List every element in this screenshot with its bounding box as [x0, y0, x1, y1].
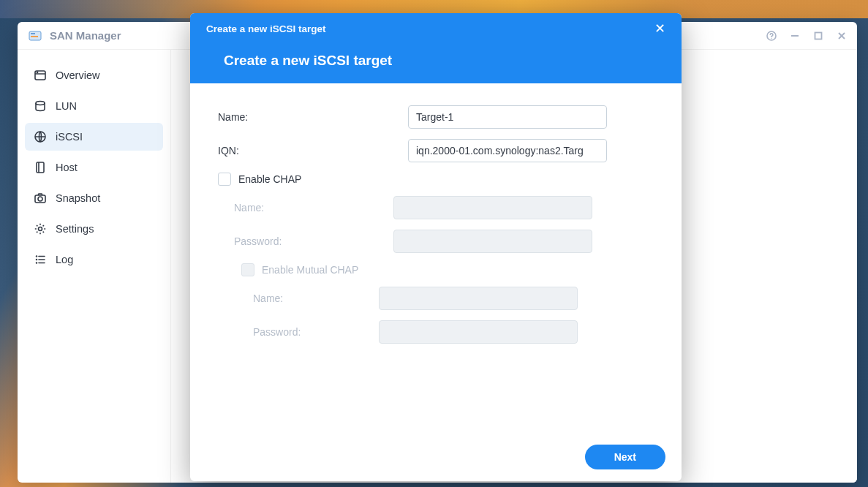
minimize-icon[interactable]	[790, 31, 800, 41]
svg-point-18	[39, 227, 42, 231]
svg-rect-2	[31, 36, 38, 37]
dialog-header: Create a new iSCSI target ✕ Create a new…	[190, 13, 682, 83]
mutual-name-label: Name:	[218, 292, 379, 304]
mutual-name-input	[379, 287, 578, 310]
enable-chap-checkbox[interactable]	[218, 173, 231, 186]
settings-icon	[34, 222, 47, 235]
sidebar-item-settings[interactable]: Settings	[25, 215, 163, 243]
sidebar-item-label: LUN	[56, 100, 77, 112]
sidebar-item-log[interactable]: Log	[25, 246, 163, 273]
sidebar: Overview LUN iSCSI Host	[18, 50, 171, 483]
enable-mutual-chap-label: Enable Mutual CHAP	[262, 264, 358, 276]
window-title: SAN Manager	[50, 29, 121, 42]
sidebar-item-iscsi[interactable]: iSCSI	[25, 123, 163, 151]
close-icon[interactable]	[837, 31, 847, 41]
help-icon[interactable]	[766, 31, 777, 41]
host-icon	[34, 161, 47, 174]
svg-point-19	[37, 256, 37, 257]
svg-rect-1	[31, 33, 35, 34]
chap-name-label: Name:	[218, 202, 393, 214]
iscsi-icon	[34, 130, 47, 143]
create-iscsi-target-dialog: Create a new iSCSI target ✕ Create a new…	[190, 13, 682, 481]
log-icon	[34, 253, 47, 266]
svg-point-12	[36, 102, 45, 105]
sidebar-item-label: Settings	[56, 223, 94, 235]
svg-point-23	[37, 263, 37, 263]
dialog-body: Name: IQN: Enable CHAP Name: Password: E…	[190, 83, 682, 433]
svg-point-21	[37, 260, 37, 260]
sidebar-item-label: Snapshot	[56, 192, 100, 204]
enable-chap-label: Enable CHAP	[238, 173, 301, 185]
svg-point-4	[771, 37, 771, 38]
next-button[interactable]: Next	[585, 445, 665, 469]
mutual-password-label: Password:	[218, 326, 379, 338]
lun-icon	[34, 99, 47, 113]
sidebar-item-label: Overview	[56, 69, 99, 81]
svg-rect-6	[815, 32, 822, 39]
iqn-label: IQN:	[218, 145, 408, 156]
chap-password-label: Password:	[218, 235, 393, 247]
dialog-footer: Next	[190, 433, 682, 481]
name-input[interactable]	[408, 105, 607, 129]
sidebar-item-label: iSCSI	[56, 131, 83, 143]
dialog-title: Create a new iSCSI target	[206, 53, 665, 69]
app-icon	[28, 29, 42, 43]
sidebar-item-lun[interactable]: LUN	[25, 92, 163, 120]
snapshot-icon	[34, 192, 47, 205]
chap-name-input	[393, 196, 592, 219]
dialog-step-label: Create a new iSCSI target	[206, 23, 326, 34]
overview-icon	[34, 69, 47, 82]
sidebar-item-label: Host	[56, 162, 78, 173]
sidebar-item-host[interactable]: Host	[25, 154, 163, 181]
mutual-password-input	[379, 320, 578, 344]
chap-password-input	[393, 230, 592, 253]
maximize-icon[interactable]	[813, 31, 823, 41]
svg-point-17	[38, 197, 42, 201]
svg-rect-14	[37, 162, 44, 173]
name-label: Name:	[218, 111, 408, 123]
dialog-close-icon[interactable]: ✕	[654, 22, 665, 35]
sidebar-item-label: Log	[56, 254, 73, 265]
enable-mutual-chap-checkbox	[241, 263, 254, 276]
sidebar-item-overview[interactable]: Overview	[25, 61, 163, 89]
iqn-input[interactable]	[408, 139, 607, 162]
sidebar-item-snapshot[interactable]: Snapshot	[25, 184, 163, 212]
svg-point-11	[37, 72, 37, 72]
